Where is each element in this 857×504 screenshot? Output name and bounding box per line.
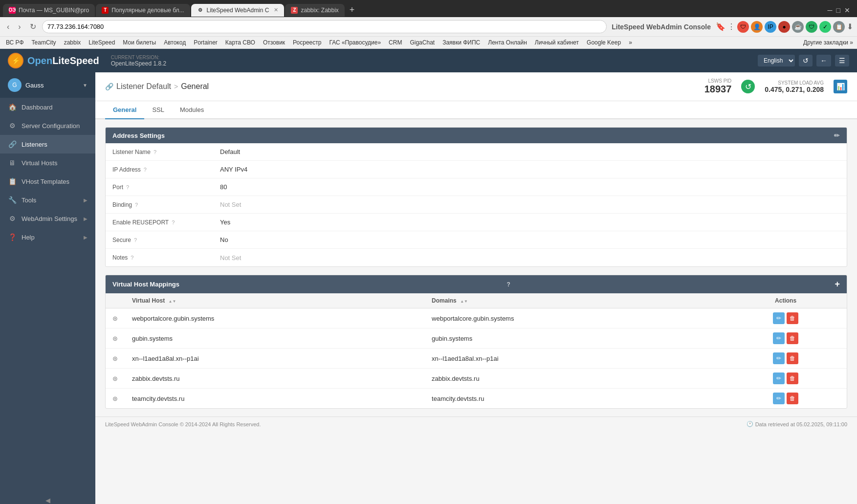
sidebar-item-webadmin-settings[interactable]: ⚙ WebAdmin Settings ▶ (0, 209, 95, 228)
app-logo[interactable]: ⚡ OpenLiteSpeed (8, 53, 99, 68)
delete-vhost-4-button[interactable]: 🗑 (787, 373, 798, 384)
sidebar-collapse-button[interactable]: ◀ (0, 492, 95, 504)
sidebar-item-help[interactable]: ❓ Help ▶ (0, 228, 95, 246)
delete-vhost-2-button[interactable]: 🗑 (787, 332, 798, 344)
header-btn-refresh[interactable]: ↺ (799, 55, 813, 66)
table-row: ⊛ zabbix.devtsts.ru zabbix.devtsts.ru ✏ … (106, 369, 847, 389)
bookmark-fips[interactable]: Заявки ФИПС (440, 39, 482, 46)
browser-toolbar-icons: 🔖 ⋮ 🛡 👤 IP ● ☕ 🛡 ✓ 📋 ⬇ (716, 21, 853, 33)
header-btn-menu[interactable]: ☰ (835, 55, 849, 66)
field-reuseport-help-icon[interactable]: ? (172, 219, 175, 225)
field-binding-help-icon[interactable]: ? (135, 202, 138, 208)
header-btn-back[interactable]: ← (816, 55, 831, 66)
field-listener-name-help-icon[interactable]: ? (154, 149, 156, 155)
address-bar-input[interactable] (42, 20, 607, 33)
close-button[interactable]: ✕ (844, 6, 850, 14)
vhost-mappings-add-button[interactable]: + (835, 279, 840, 289)
bookmark-karta[interactable]: Карта СВО (223, 39, 257, 46)
delete-vhost-1-button[interactable]: 🗑 (787, 312, 798, 324)
restore-button[interactable]: □ (836, 6, 840, 14)
bookmarks-bar: ВС РФ TeamCity zabbix LiteSpeed Мои биле… (0, 37, 857, 49)
download-icon[interactable]: ⬇ (847, 22, 853, 31)
bookmarks-more-btn[interactable]: » (627, 39, 634, 46)
refresh-button[interactable]: ↻ (27, 21, 39, 32)
restart-button[interactable]: ↺ (741, 80, 755, 93)
field-ip-address-help-icon[interactable]: ? (144, 167, 147, 173)
tab-general[interactable]: General (105, 101, 144, 119)
forward-button[interactable]: › (15, 22, 23, 32)
bookmark-tickets[interactable]: Мои билеты (121, 39, 158, 46)
chart-button[interactable]: 📊 (834, 80, 847, 93)
sidebar-item-virtual-hosts[interactable]: 🖥 Virtual Hosts (0, 153, 95, 172)
edit-vhost-2-button[interactable]: ✏ (773, 332, 785, 344)
field-notes-help-icon[interactable]: ? (131, 255, 133, 261)
bookmark-portainer[interactable]: Portainer (192, 39, 220, 46)
th-virtual-host[interactable]: Virtual Host ▲▼ (125, 293, 425, 308)
sidebar-item-listeners[interactable]: 🔗 Listeners (0, 135, 95, 153)
th-domains[interactable]: Domains ▲▼ (425, 293, 725, 308)
bookmark-zabbix[interactable]: zabbix (62, 39, 83, 46)
bookmark-avtokod[interactable]: Автокод (162, 39, 188, 46)
sidebar-item-tools[interactable]: 🔧 Tools ▶ (0, 191, 95, 209)
bookmark-gas[interactable]: ГАС «Правосудие» (327, 39, 383, 46)
extension-coffee-icon[interactable]: ☕ (792, 21, 804, 33)
field-secure-help-icon[interactable]: ? (134, 237, 137, 243)
extension-red-icon[interactable]: ● (778, 21, 790, 33)
field-notes-value: Not Set (213, 250, 847, 265)
vhost-mappings-help-icon[interactable]: ? (507, 281, 510, 288)
lws-pid-block: LSWS PID 18937 (704, 78, 732, 95)
back-button[interactable]: ‹ (4, 22, 12, 32)
edit-vhost-5-button[interactable]: ✏ (773, 393, 785, 404)
edit-vhost-1-button[interactable]: ✏ (773, 312, 785, 324)
tab-mail-label: Почта — MS_GUBIN@pro (19, 7, 89, 14)
other-bookmarks[interactable]: Другие закладки » (803, 39, 853, 46)
extension-shield2-icon[interactable]: 🛡 (806, 21, 817, 33)
bookmark-google-keep[interactable]: Google Keep (585, 39, 623, 46)
extension-head-icon[interactable]: 👤 (751, 21, 763, 33)
extension-check-icon[interactable]: ✓ (819, 21, 831, 33)
minimize-button[interactable]: ─ (828, 6, 833, 14)
bookmark-teamcity[interactable]: TeamCity (30, 39, 58, 46)
address-settings-edit-button[interactable]: ✏ (834, 131, 840, 139)
bookmark-litespeed[interactable]: LiteSpeed (87, 39, 117, 46)
footer-copyright: LiteSpeed WebAdmin Console © 2014-2024 A… (105, 421, 261, 427)
sidebar-item-listeners-label: Listeners (22, 141, 88, 148)
sidebar-user-menu[interactable]: G Gauss ▼ (0, 72, 95, 98)
sidebar-item-dashboard-label: Dashboard (22, 104, 88, 111)
bookmark-gigachat[interactable]: GigaChat (408, 39, 437, 46)
vhost-mappings-header: Virtual Host Mappings ? + (106, 275, 847, 293)
bookmark-vsrf[interactable]: ВС РФ (4, 39, 26, 46)
tab-modules[interactable]: Modules (172, 101, 212, 119)
sidebar-item-server-config[interactable]: ⚙ Server Configuration (0, 116, 95, 135)
menu-icon[interactable]: ⋮ (727, 22, 735, 31)
field-port-help-icon[interactable]: ? (126, 184, 129, 190)
sidebar-item-dashboard[interactable]: 🏠 Dashboard (0, 98, 95, 116)
language-select[interactable]: English (758, 55, 795, 66)
tab-tableaux[interactable]: T Популярные деловые бл... (96, 4, 190, 17)
clock-icon: 🕐 (747, 421, 753, 427)
bookmark-rosreestr[interactable]: Росреестр (291, 39, 323, 46)
sidebar-item-vhost-templates[interactable]: 📋 VHost Templates (0, 172, 95, 191)
extension-ip-icon[interactable]: IP (765, 21, 776, 33)
bookmark-otzvik[interactable]: Отзовик (261, 39, 287, 46)
extension-copy-icon[interactable]: 📋 (833, 21, 845, 33)
extension-shield-icon[interactable]: 🛡 (737, 21, 749, 33)
tab-zabbix[interactable]: Z zabbix: Zabbix (285, 4, 344, 17)
bookmark-lk[interactable]: Личный кабинет (533, 39, 581, 46)
tab-litespeed[interactable]: ⚙ LiteSpeed WebAdmin C ✕ (191, 4, 285, 17)
new-tab-button[interactable]: + (346, 3, 359, 17)
bookmark-icon[interactable]: 🔖 (716, 22, 725, 31)
edit-vhost-3-button[interactable]: ✏ (773, 352, 785, 364)
delete-vhost-3-button[interactable]: 🗑 (787, 352, 798, 364)
content-header-right: LSWS PID 18937 ↺ SYSTEM LOAD AVG 0.475, … (704, 78, 847, 95)
edit-vhost-4-button[interactable]: ✏ (773, 373, 785, 384)
tab-mail[interactable]: ОЭ Почта — MS_GUBIN@pro (3, 4, 95, 17)
bookmark-lenta[interactable]: Лента Онлайн (486, 39, 529, 46)
vhost-name-2: gubin.systems (125, 329, 425, 349)
delete-vhost-5-button[interactable]: 🗑 (787, 393, 798, 404)
tab-ssl[interactable]: SSL (144, 101, 172, 119)
tab-zabbix-label: zabbix: Zabbix (301, 7, 338, 14)
bookmark-crm[interactable]: CRM (387, 39, 404, 46)
field-secure: Secure ? No (106, 231, 847, 249)
tab-close-icon[interactable]: ✕ (274, 7, 278, 13)
